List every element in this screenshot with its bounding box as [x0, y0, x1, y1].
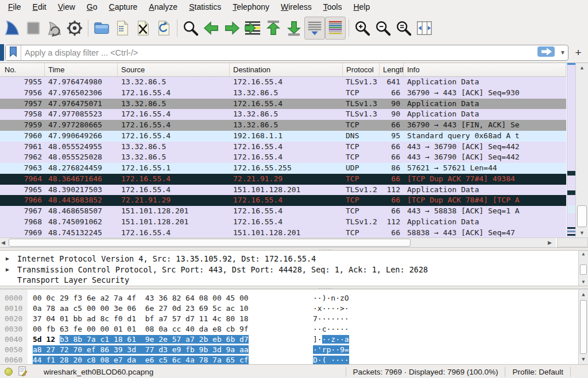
menu-view[interactable]: View: [52, 1, 81, 13]
go-back-button[interactable]: [201, 17, 222, 40]
go-to-packet-button[interactable]: [242, 17, 263, 40]
zoom-out-button[interactable]: [373, 17, 393, 40]
packet-row[interactable]: 796148.05552495513.32.86.5172.16.55.4TCP…: [0, 142, 566, 153]
column-header-source[interactable]: Source: [118, 63, 230, 76]
capture-filename: wireshark_eth0BLOD60.pcapng: [44, 368, 153, 376]
zoom-original-button[interactable]: [393, 17, 414, 40]
detail-line[interactable]: Transport Layer Security: [0, 275, 588, 286]
menu-go[interactable]: Go: [81, 1, 103, 13]
filter-apply-button[interactable]: [536, 46, 556, 59]
menu-help[interactable]: Help: [347, 1, 376, 13]
scroll-up-icon[interactable]: ▲: [576, 63, 588, 73]
find-packet-icon: [182, 20, 199, 37]
menu-tools[interactable]: Tools: [318, 1, 348, 13]
go-first-button[interactable]: [263, 17, 284, 40]
vscroll-thumb[interactable]: [577, 205, 587, 227]
menu-file[interactable]: File: [2, 1, 27, 13]
scroll-up-icon[interactable]: ▲: [579, 251, 588, 258]
packet-row[interactable]: 795847.977085523172.16.55.413.32.86.5TLS…: [0, 109, 566, 120]
packet-row[interactable]: 796648.44368385272.21.91.29172.16.55.4TC…: [0, 195, 566, 206]
hscroll-thumb[interactable]: [9, 239, 411, 247]
capture-options-button[interactable]: [64, 17, 85, 40]
go-forward-icon: [223, 20, 241, 37]
bookmark-icon: [8, 46, 18, 59]
packet-list-hscrollbar[interactable]: ◀ ▶: [0, 237, 556, 247]
resize-columns-button[interactable]: [414, 17, 435, 40]
scroll-down-icon[interactable]: ▼: [576, 228, 588, 238]
open-file-button[interactable]: [91, 17, 112, 40]
colorize-button[interactable]: [325, 17, 346, 40]
hex-scroll-thumb[interactable]: [580, 300, 587, 354]
column-header-info[interactable]: Info: [404, 63, 566, 76]
expander-icon[interactable]: ▶: [6, 254, 9, 264]
hex-row[interactable]: 00405d 12 b3 8b 7a c1 18 61 9e 2e 57 a7 …: [0, 334, 588, 345]
packet-row[interactable]: 795547.97647498013.32.86.5172.16.55.4TLS…: [0, 77, 566, 88]
hex-row[interactable]: 002037 04 01 bb ad 8c f0 d1 bf a7 57 d7 …: [0, 314, 588, 324]
auto-scroll-button[interactable]: [304, 17, 325, 40]
packet-minimap[interactable]: [567, 63, 575, 238]
column-header-protocol[interactable]: Protocol: [343, 63, 380, 76]
hex-row[interactable]: 00100a 78 aa c5 00 00 3e 06 6e 27 0d 23 …: [0, 303, 588, 314]
scroll-right-icon[interactable]: ▶: [548, 238, 555, 247]
packet-row[interactable]: 795647.976502306172.16.55.413.32.86.5TCP…: [0, 88, 566, 99]
hex-row[interactable]: 003000 fb 63 fe 00 00 01 01 08 0a cc 40 …: [0, 324, 588, 334]
zoom-in-button[interactable]: [352, 17, 373, 40]
start-capture-button[interactable]: [2, 17, 23, 40]
profile-label[interactable]: Profile: Default: [512, 368, 563, 376]
detail-line[interactable]: ▶Internet Protocol Version 4, Src: 13.35…: [0, 254, 588, 264]
scroll-down-icon[interactable]: ▼: [579, 279, 588, 286]
filter-dropdown-caret[interactable]: ▼: [558, 45, 568, 60]
menu-telephony[interactable]: Telephony: [227, 1, 275, 13]
packet-row[interactable]: 796848.745091062151.101.128.201172.16.55…: [0, 217, 566, 228]
find-packet-button[interactable]: [180, 17, 201, 40]
filter-add-button[interactable]: +: [571, 45, 586, 60]
packet-row[interactable]: 796748.468658507151.101.128.201172.16.55…: [0, 206, 566, 217]
packet-row[interactable]: 796548.390217503172.16.55.4151.101.128.2…: [0, 185, 566, 196]
detail-line[interactable]: ▶Transmission Control Protocol, Src Port…: [0, 264, 588, 275]
packet-list-body: 795547.97647498013.32.86.5172.16.55.4TLS…: [0, 77, 566, 238]
column-header-time[interactable]: Time: [45, 63, 118, 76]
packet-row[interactable]: 796047.990649266172.16.55.4192.168.1.1DN…: [0, 131, 566, 142]
capture-comment-button[interactable]: [18, 366, 28, 378]
menu-capture[interactable]: Capture: [103, 1, 144, 13]
expander-icon[interactable]: ▶: [6, 264, 9, 275]
packet-list-vscrollbar[interactable]: ▲ ▼: [575, 63, 588, 238]
close-file-button[interactable]: [133, 17, 153, 40]
packet-row[interactable]: 796248.05552502813.32.86.5172.16.55.4TCP…: [0, 152, 566, 163]
menu-statistics[interactable]: Statistics: [183, 1, 227, 13]
scroll-up-icon[interactable]: ▲: [579, 290, 588, 299]
comment-pencil-icon: [18, 366, 28, 378]
go-forward-button[interactable]: [222, 17, 242, 40]
packet-row[interactable]: 795947.977280665172.16.55.413.32.86.5TCP…: [0, 120, 566, 131]
packet-row[interactable]: 795747.97647507113.32.86.5172.16.55.4TLS…: [0, 99, 566, 110]
packet-row[interactable]: 796348.276824459172.16.55.1172.16.55.255…: [0, 163, 566, 174]
save-file-button[interactable]: [112, 17, 133, 40]
details-scroll-thumb[interactable]: [580, 264, 587, 275]
reload-file-button[interactable]: [153, 17, 174, 40]
column-header-destination[interactable]: Destination: [230, 63, 343, 76]
hex-row[interactable]: 000000 0c 29 f3 6e a2 7a 4f 43 36 82 64 …: [0, 293, 588, 303]
main-toolbar: [0, 14, 588, 42]
filter-edge-accent: [0, 44, 4, 61]
menu-edit[interactable]: Edit: [27, 1, 52, 13]
packet-row[interactable]: 796448.364671646172.16.55.472.21.91.29TC…: [0, 174, 566, 185]
scroll-down-icon[interactable]: ▼: [579, 354, 588, 364]
packet-row[interactable]: 796948.745132245172.16.55.4151.101.128.2…: [0, 228, 566, 239]
details-scrollbar[interactable]: ▲ ▼: [578, 251, 588, 286]
filter-bookmark-button[interactable]: [6, 45, 21, 60]
hex-row[interactable]: 006044 f1 28 20 c8 08 e7 da e6 c5 6c 4a …: [0, 355, 588, 364]
column-header-length[interactable]: Length: [380, 63, 404, 76]
restart-capture-button[interactable]: [44, 17, 64, 40]
scroll-left-icon[interactable]: ◀: [1, 238, 8, 247]
status-divider: [570, 367, 571, 377]
expert-info-icon[interactable]: [5, 368, 13, 376]
stop-capture-button[interactable]: [23, 17, 44, 40]
menu-wireless[interactable]: Wireless: [275, 1, 318, 13]
column-header-no[interactable]: No.: [0, 63, 45, 76]
menu-analyze[interactable]: Analyze: [143, 1, 183, 13]
hex-scrollbar[interactable]: ▲ ▼: [578, 290, 588, 364]
go-to-packet-icon: [244, 20, 261, 37]
go-last-button[interactable]: [284, 17, 304, 40]
hex-row[interactable]: 0050a8 27 72 70 ef 86 39 3d 77 d3 e9 fb …: [0, 345, 588, 355]
display-filter-input[interactable]: [21, 48, 536, 57]
